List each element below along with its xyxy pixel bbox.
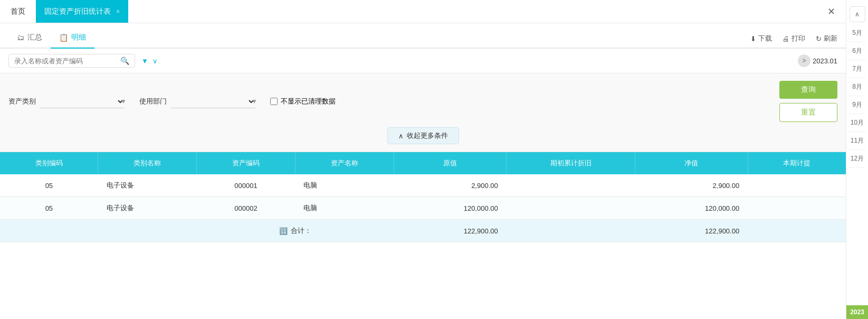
tab-summary[interactable]: 🗂 汇总 (8, 27, 51, 49)
dept-field: 使用部门 ▼ (139, 95, 257, 108)
sidebar-months: 5月6月7月8月9月10月11月12月 (848, 24, 866, 168)
dept-label: 使用部门 (139, 97, 167, 106)
sidebar-month-item[interactable]: 10月 (848, 114, 866, 132)
collapse-label: 收起更多条件 (407, 131, 448, 140)
cell-current-depreciation (748, 197, 846, 220)
tab-summary-label: 汇总 (27, 33, 42, 42)
cell-asset-code: 000001 (197, 174, 295, 197)
cell-accumulated-depreciation (507, 174, 635, 197)
col-category-name: 类别名称 (98, 152, 197, 174)
collapse-bar: ∧ 收起更多条件 (8, 127, 837, 144)
sidebar-month-item[interactable]: 7月 (848, 60, 866, 78)
cell-original-value: 120,000.00 (394, 197, 506, 220)
cell-category-name: 电子设备 (98, 174, 197, 197)
refresh-label: 刷新 (824, 34, 837, 43)
cell-category-code: 05 (0, 174, 98, 197)
sidebar-month-item[interactable]: 12月 (848, 150, 866, 168)
filter-bar: 🔍 ▼ ∨ > 2023.01 (0, 49, 846, 73)
cell-accumulated-depreciation (507, 197, 635, 220)
col-accumulated-depreciation: 期初累计折旧 (507, 152, 635, 174)
total-original-value: 122,900.00 (394, 220, 506, 242)
refresh-icon: ↻ (816, 35, 822, 43)
total-icon: 🔢 (279, 227, 288, 235)
data-table: 类别编码 类别名称 资产编码 资产名称 原值 期初累计折旧 净值 本期计提 05… (0, 152, 846, 242)
download-label: 下载 (758, 34, 772, 43)
tab-detail[interactable]: 📋 明细 (51, 27, 94, 49)
active-tab-label: 固定资产折旧统计表 (44, 7, 111, 16)
sidebar-month-item[interactable]: 6月 (848, 42, 866, 60)
advanced-filter: 资产类别 ▼ 使用部门 ▼ 不显示已清理数据 查询 重置 (0, 73, 846, 152)
print-button[interactable]: 🖨 打印 (783, 34, 805, 43)
toolbar-actions: ⬇ 下载 🖨 打印 ↻ 刷新 (750, 34, 837, 48)
col-asset-code: 资产编码 (197, 152, 295, 174)
asset-category-select[interactable] (40, 95, 125, 108)
home-tab[interactable]: 首页 (0, 0, 36, 23)
sidebar-month-item[interactable]: 5月 (848, 24, 866, 42)
search-input[interactable] (14, 57, 118, 65)
collapse-icon: ∧ (398, 132, 404, 140)
table-row: 05 电子设备 000001 电脑 2,900.00 2,900.00 (0, 174, 846, 197)
refresh-button[interactable]: ↻ 刷新 (816, 34, 837, 43)
total-accumulated (507, 220, 635, 242)
col-asset-name: 资产名称 (295, 152, 394, 174)
search-wrapper: 🔍 (8, 54, 135, 68)
detail-icon: 📋 (59, 33, 68, 42)
cell-category-code: 05 (0, 197, 98, 220)
filter-row: 资产类别 ▼ 使用部门 ▼ 不显示已清理数据 查询 重置 (8, 81, 837, 122)
total-current (748, 220, 846, 242)
total-label-cell: 🔢 合计： (197, 220, 394, 242)
col-original-value: 原值 (394, 152, 506, 174)
chevron-down-icon: ∨ (152, 57, 158, 65)
asset-category-label: 资产类别 (8, 97, 36, 106)
cell-category-name: 电子设备 (98, 197, 197, 220)
reset-button[interactable]: 重置 (779, 103, 837, 122)
print-icon: 🖨 (783, 35, 789, 43)
sidebar-month-item[interactable]: 9月 (848, 96, 866, 114)
col-category-code: 类别编码 (0, 152, 98, 174)
sidebar-nav-up-button[interactable]: ∧ (850, 6, 865, 22)
tab-detail-label: 明细 (71, 33, 86, 42)
exclude-cleared-checkbox[interactable] (270, 98, 278, 105)
download-button[interactable]: ⬇ 下载 (750, 34, 772, 43)
sidebar-month-item[interactable]: 8月 (848, 78, 866, 96)
cell-current-depreciation (748, 174, 846, 197)
active-tab[interactable]: 固定资产折旧统计表 × (36, 0, 128, 23)
exclude-cleared-label: 不显示已清理数据 (281, 97, 336, 106)
table-header-row: 类别编码 类别名称 资产编码 资产名称 原值 期初累计折旧 净值 本期计提 (0, 152, 846, 174)
col-current-depreciation: 本期计提 (748, 152, 846, 174)
cell-original-value: 2,900.00 (394, 174, 506, 197)
asset-category-field: 资产类别 ▼ (8, 95, 127, 108)
collapse-button[interactable]: ∧ 收起更多条件 (387, 127, 459, 144)
total-colspan-cell (0, 220, 197, 242)
date-nav-button[interactable]: > (798, 54, 810, 67)
more-filter-button[interactable]: ▼ ∨ (141, 57, 158, 65)
cell-asset-name: 电脑 (295, 197, 394, 220)
exclude-cleared-field: 不显示已清理数据 (270, 97, 336, 106)
search-icon: 🔍 (120, 57, 129, 65)
cell-net-value: 2,900.00 (635, 174, 748, 197)
total-net-value: 122,900.00 (635, 220, 748, 242)
col-net-value: 净值 (635, 152, 748, 174)
summary-icon: 🗂 (17, 33, 24, 42)
close-tab-button[interactable]: × (116, 8, 120, 15)
cell-asset-code: 000002 (197, 197, 295, 220)
right-sidebar: ∧ 5月6月7月8月9月10月11月12月 2023 (846, 0, 868, 319)
download-icon: ⬇ (750, 35, 756, 43)
close-window-button[interactable]: ✕ (817, 6, 846, 17)
top-nav: 首页 固定资产折旧统计表 × ✕ (0, 0, 846, 23)
filter-actions: 查询 重置 (779, 81, 837, 122)
dept-select[interactable] (171, 95, 255, 108)
cell-asset-name: 电脑 (295, 174, 394, 197)
date-indicator: > 2023.01 (798, 54, 837, 67)
total-label-text: 合计： (291, 226, 311, 236)
cell-net-value: 120,000.00 (635, 197, 748, 220)
tab-bar: 🗂 汇总 📋 明细 ⬇ 下载 🖨 打印 ↻ 刷新 (0, 23, 846, 49)
print-label: 打印 (791, 34, 805, 43)
table-total-row: 🔢 合计： 122,900.00 122,900.00 (0, 220, 846, 242)
query-button[interactable]: 查询 (779, 81, 837, 99)
current-date-label: 2023.01 (813, 57, 837, 65)
sidebar-month-item[interactable]: 11月 (848, 132, 866, 150)
sidebar-year-badge: 2023 (846, 305, 868, 319)
table-row: 05 电子设备 000002 电脑 120,000.00 120,000.00 (0, 197, 846, 220)
table-container: 类别编码 类别名称 资产编码 资产名称 原值 期初累计折旧 净值 本期计提 05… (0, 152, 846, 319)
